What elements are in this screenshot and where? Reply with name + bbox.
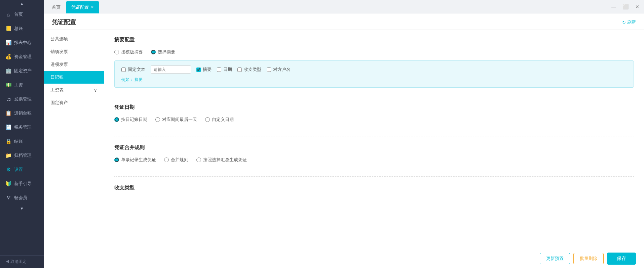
radio-merge-rule[interactable]: 合并规则 xyxy=(164,157,188,163)
check-summary[interactable]: 摘要 xyxy=(196,66,212,73)
merge-title: 凭证合并规则 xyxy=(114,144,634,151)
batch-delete-button[interactable]: 批量删除 xyxy=(573,253,604,264)
refresh-icon: ↻ xyxy=(622,20,626,25)
assets-icon: 🏢 xyxy=(5,68,11,74)
pin-icon: ◀ xyxy=(5,259,10,264)
sidebar-scroll-up[interactable]: ▲ xyxy=(0,0,44,7)
left-nav-sales-invoice[interactable]: 销项发票 xyxy=(44,45,104,58)
sidebar-item-invoice[interactable]: 🗂 发票管理 xyxy=(0,92,44,106)
main-area: 首页 凭证配置 ✕ — ⬜ ✕ 凭证配置 ↻ 刷新 公共选项 xyxy=(44,0,644,268)
radio-template-summary[interactable]: 按模版摘要 xyxy=(114,49,143,55)
sidebar-item-reports[interactable]: 📊 报表中心 xyxy=(0,36,44,50)
date-options-group: 按日记账日期 对应期间最后一天 自定义日期 xyxy=(114,117,634,123)
window-maximize-button[interactable]: ⬜ xyxy=(621,3,631,10)
income-title: 收支类型 xyxy=(114,185,634,191)
check-date-input[interactable] xyxy=(217,68,221,72)
check-payment-type[interactable]: 收支类型 xyxy=(237,66,261,73)
archive-icon: 📁 xyxy=(5,152,11,159)
summary-mode-group: 按模版摘要 选择摘要 xyxy=(114,49,634,55)
radio-select-summary[interactable]: 按照选择汇总生成凭证 xyxy=(196,157,247,163)
radio-journal-date-input[interactable] xyxy=(114,117,119,122)
left-nav: 公共选项 销项发票 进项发票 日记账 工资表 ∨ 固定资产 xyxy=(44,30,104,249)
summary-checkboxes-row: 固定文本 摘要 日期 xyxy=(121,65,627,74)
ledger-icon: 📒 xyxy=(5,26,11,32)
radio-journal-date[interactable]: 按日记账日期 xyxy=(114,117,147,123)
left-nav-journal[interactable]: 日记账 xyxy=(44,71,104,84)
window-minimize-button[interactable]: — xyxy=(609,3,618,10)
check-fixed-text[interactable]: 固定文本 xyxy=(121,66,145,73)
sidebar-item-settings[interactable]: ⚙ 设置 xyxy=(0,163,44,177)
sidebar-pin-toggle[interactable]: ◀ 取消固定 xyxy=(0,255,44,268)
content-area: 凭证配置 ↻ 刷新 公共选项 销项发票 进项发票 日记账 xyxy=(44,13,644,268)
summary-section: 摘要配置 按模版摘要 选择摘要 xyxy=(114,37,634,96)
radio-custom-date[interactable]: 自定义日期 xyxy=(205,117,234,123)
date-section: 凭证日期 按日记账日期 对应期间最后一天 自定义日期 xyxy=(114,104,634,136)
check-payment-type-input[interactable] xyxy=(237,68,242,72)
save-button[interactable]: 保存 xyxy=(607,253,636,265)
tab-voucher-config[interactable]: 凭证配置 ✕ xyxy=(66,1,99,13)
sidebar-item-home[interactable]: ⌂ 首页 xyxy=(0,7,44,21)
radio-custom-date-input[interactable] xyxy=(205,117,210,122)
sidebar-item-purchasesales[interactable]: 📋 进销台账 xyxy=(0,106,44,120)
check-counterparty-input[interactable] xyxy=(267,68,271,72)
reports-icon: 📊 xyxy=(5,40,11,46)
settings-icon: ⚙ xyxy=(5,167,11,173)
income-section: 收支类型 xyxy=(114,185,634,205)
tab-bar: 首页 凭证配置 ✕ — ⬜ ✕ xyxy=(44,0,644,13)
sidebar-item-archive[interactable]: 📁 归档管理 xyxy=(0,148,44,163)
radio-last-day-input[interactable] xyxy=(155,117,160,122)
page-header: 凭证配置 ↻ 刷新 xyxy=(44,13,644,30)
sidebar-scroll-down[interactable]: ▼ xyxy=(0,205,44,212)
window-close-button[interactable]: ✕ xyxy=(633,3,641,10)
radio-select-summary-input[interactable] xyxy=(151,50,156,54)
sidebar-item-closing[interactable]: 🔒 结账 xyxy=(0,134,44,148)
summary-config-box: 固定文本 摘要 日期 xyxy=(114,60,634,88)
radio-select-summary[interactable]: 选择摘要 xyxy=(151,49,175,55)
tab-close-icon[interactable]: ✕ xyxy=(91,5,94,9)
tab-home[interactable]: 首页 xyxy=(46,1,66,13)
chevron-down-icon: ∨ xyxy=(94,88,97,93)
left-nav-fixed-assets[interactable]: 固定资产 xyxy=(44,96,104,109)
tax-icon: 🧾 xyxy=(5,124,11,130)
closing-icon: 🔒 xyxy=(5,138,11,144)
purchasesales-icon: 📋 xyxy=(5,110,11,116)
radio-template-summary-input[interactable] xyxy=(114,50,119,54)
body-area: 公共选项 销项发票 进项发票 日记账 工资表 ∨ 固定资产 xyxy=(44,30,644,249)
sidebar-item-tax[interactable]: 🧾 税务管理 xyxy=(0,120,44,134)
salary-icon: 💵 xyxy=(5,82,11,88)
right-content: 摘要配置 按模版摘要 选择摘要 xyxy=(104,30,644,249)
sidebar-item-vip[interactable]: V 畅会员 xyxy=(0,191,44,205)
radio-single-input[interactable] xyxy=(114,158,119,162)
summary-example: 例如： 摘要 xyxy=(121,77,627,83)
check-date[interactable]: 日期 xyxy=(217,66,232,73)
left-nav-payroll[interactable]: 工资表 ∨ xyxy=(44,84,104,96)
check-summary-input[interactable] xyxy=(196,68,201,72)
check-fixed-text-input[interactable] xyxy=(121,68,126,72)
sidebar-item-assets[interactable]: 🏢 固定资产 xyxy=(0,64,44,78)
invoice-icon: 🗂 xyxy=(5,96,11,102)
check-counterparty[interactable]: 对方户名 xyxy=(267,66,291,73)
radio-single[interactable]: 单条记录生成凭证 xyxy=(114,157,156,163)
sidebar: ▲ ⌂ 首页 📒 总账 📊 报表中心 💰 资金管理 🏢 固定资产 💵 工资 🗂 … xyxy=(0,0,44,268)
radio-select-summary-merge-input[interactable] xyxy=(196,158,201,162)
sidebar-item-salary[interactable]: 💵 工资 xyxy=(0,78,44,92)
vip-icon: V xyxy=(5,195,11,201)
update-preview-button[interactable]: 更新预置 xyxy=(540,253,570,264)
sidebar-item-guide[interactable]: 🔰 新手引导 xyxy=(0,177,44,191)
bottom-bar: 更新预置 批量删除 保存 xyxy=(44,249,644,268)
radio-last-day[interactable]: 对应期间最后一天 xyxy=(155,117,197,123)
left-nav-public[interactable]: 公共选项 xyxy=(44,33,104,45)
tab-actions: — ⬜ ✕ xyxy=(609,3,641,10)
left-nav-purchase-invoice[interactable]: 进项发票 xyxy=(44,58,104,71)
sidebar-item-ledger[interactable]: 📒 总账 xyxy=(0,21,44,36)
home-icon: ⌂ xyxy=(5,12,11,17)
fixed-text-input[interactable] xyxy=(151,65,191,74)
radio-merge-rule-input[interactable] xyxy=(164,158,169,162)
funds-icon: 💰 xyxy=(5,54,11,60)
summary-title: 摘要配置 xyxy=(114,37,634,43)
refresh-button[interactable]: ↻ 刷新 xyxy=(622,19,636,25)
sidebar-item-funds[interactable]: 💰 资金管理 xyxy=(0,50,44,64)
guide-icon: 🔰 xyxy=(5,181,11,187)
date-title: 凭证日期 xyxy=(114,104,634,110)
merge-options-group: 单条记录生成凭证 合并规则 按照选择汇总生成凭证 xyxy=(114,157,634,163)
